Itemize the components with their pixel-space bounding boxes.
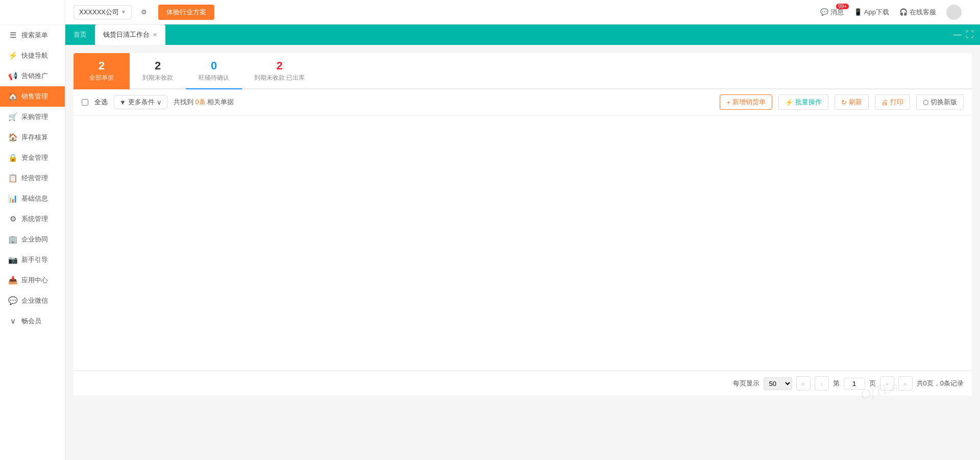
print-icon: 🖨 bbox=[881, 99, 888, 106]
tab-maximize-icon[interactable]: ⛶ bbox=[966, 30, 974, 39]
stat-label-shipped: 到期未收款 已出库 bbox=[254, 74, 305, 82]
trial-btn[interactable]: 体验行业方案 bbox=[158, 5, 214, 20]
stat-count-wangwang: 0 bbox=[198, 59, 230, 72]
sidebar-item-enterprise[interactable]: 🏢 企业协同 bbox=[0, 229, 65, 250]
last-page-btn[interactable]: » bbox=[898, 376, 913, 391]
sidebar-item-quick-nav[interactable]: ⚡ 快捷导航 bbox=[0, 45, 65, 66]
select-all-label: 全选 bbox=[94, 98, 108, 107]
next-page-btn[interactable]: › bbox=[880, 376, 894, 391]
stat-label-overdue: 到期未收款 bbox=[142, 74, 174, 82]
basic-info-icon: 📊 bbox=[8, 194, 17, 203]
sidebar: ☰ 搜索菜单 ⚡ 快捷导航 📢 营销推广 🏠 销售管理 🛒 采购管理 🏠 库存核… bbox=[0, 0, 65, 460]
total-label: 共0页，0条记录 bbox=[917, 379, 964, 388]
message-icon: 💬 bbox=[820, 8, 828, 16]
tab-bar-actions: — ⛶ bbox=[953, 30, 980, 39]
stat-tab-overdue[interactable]: 2 到期未收款 bbox=[130, 53, 186, 89]
download-icon: 📱 bbox=[854, 8, 862, 16]
sales-icon: 🏠 bbox=[8, 92, 17, 101]
new-guide-icon: 📷 bbox=[8, 255, 17, 264]
batch-icon: ⚡ bbox=[785, 99, 793, 106]
user-avatar[interactable] bbox=[946, 5, 962, 20]
stat-tab-wangwang[interactable]: 0 旺辅待确认 bbox=[186, 53, 242, 89]
marketing-icon: 📢 bbox=[8, 71, 17, 81]
purchase-icon: 🛒 bbox=[8, 112, 17, 122]
sidebar-item-purchase[interactable]: 🛒 采购管理 bbox=[0, 107, 65, 127]
sidebar-label-marketing: 营销推广 bbox=[21, 71, 48, 81]
sidebar-item-app-center[interactable]: 📥 应用中心 bbox=[0, 270, 65, 290]
page-size-label: 每页显示 bbox=[733, 379, 760, 388]
sidebar-item-new-guide[interactable]: 📷 新手引导 bbox=[0, 250, 65, 270]
sidebar-label-vip: 畅会员 bbox=[21, 317, 41, 326]
refresh-btn[interactable]: ↻ 刷新 bbox=[835, 94, 869, 110]
quick-nav-icon: ⚡ bbox=[8, 51, 17, 60]
batch-ops-label: 批量操作 bbox=[795, 98, 822, 107]
sidebar-label-wechat-biz: 企业微信 bbox=[21, 296, 48, 305]
sidebar-label-quick-nav: 快捷导航 bbox=[21, 51, 48, 60]
tab-home[interactable]: 首页 bbox=[65, 25, 95, 45]
sidebar-item-sales[interactable]: 🏠 销售管理 bbox=[0, 86, 65, 107]
sidebar-label-basic-info: 基础信息 bbox=[21, 194, 48, 203]
app-download-btn[interactable]: 📱 App下载 bbox=[854, 8, 889, 17]
sidebar-item-search-menu[interactable]: ☰ 搜索菜单 bbox=[0, 25, 65, 45]
sidebar-item-system[interactable]: ⚙ 系统管理 bbox=[0, 209, 65, 229]
filter-chevron-icon: ∨ bbox=[157, 99, 162, 106]
vip-icon: ∨ bbox=[8, 317, 17, 326]
company-selector[interactable]: XXXXXX公司 ▼ bbox=[74, 5, 132, 19]
inventory-icon: 🏠 bbox=[8, 133, 17, 142]
page-label: 第 bbox=[833, 379, 840, 388]
add-sale-order-btn[interactable]: + 新增销货单 bbox=[720, 94, 772, 110]
toolbar-right: + 新增销货单 ⚡ 批量操作 ↻ 刷新 🖨 打印 ⬡ 切换新版 bbox=[720, 94, 964, 110]
sidebar-label-app-center: 应用中心 bbox=[21, 276, 48, 285]
service-icon: 🎧 bbox=[899, 8, 908, 16]
switch-label: 切换新版 bbox=[930, 98, 957, 107]
tab-home-label: 首页 bbox=[74, 30, 87, 39]
online-service-btn[interactable]: 🎧 在线客服 bbox=[899, 8, 936, 17]
switch-icon: ⬡ bbox=[923, 99, 928, 106]
sidebar-label-inventory: 库存核算 bbox=[21, 133, 48, 142]
page-size-select[interactable]: 50 10 20 100 bbox=[764, 377, 792, 390]
found-text: 共找到 0条 相关单据 bbox=[174, 98, 234, 107]
more-filters-btn[interactable]: ▼ 更多条件 ∨ bbox=[114, 95, 167, 109]
search-menu-icon: ☰ bbox=[8, 31, 17, 40]
batch-ops-btn[interactable]: ⚡ 批量操作 bbox=[778, 94, 828, 110]
company-name: XXXXXX公司 bbox=[79, 8, 119, 17]
found-suffix: 相关单据 bbox=[207, 98, 234, 106]
print-btn[interactable]: 🖨 打印 bbox=[875, 94, 910, 110]
sidebar-label-ops: 经营管理 bbox=[21, 174, 48, 183]
select-all-checkbox[interactable] bbox=[82, 99, 88, 106]
sidebar-label-new-guide: 新手引导 bbox=[21, 255, 48, 264]
tab-minimize-icon[interactable]: — bbox=[953, 30, 962, 39]
sidebar-item-funds[interactable]: 🔒 资金管理 bbox=[0, 148, 65, 168]
sidebar-label-search-menu: 搜索菜单 bbox=[21, 31, 48, 40]
stat-tab-shipped[interactable]: 2 到期未收款 已出库 bbox=[242, 53, 317, 89]
app-header: 6 畅捷通好生意 标准版 XXXXXX公司 ▼ ⚙ 体验行业方案 💬 消息 99… bbox=[0, 0, 980, 25]
tab-workbench[interactable]: 钱货日清工作台 ✕ bbox=[95, 25, 165, 45]
sidebar-label-enterprise: 企业协同 bbox=[21, 235, 48, 244]
app-download-label: App下载 bbox=[864, 8, 889, 17]
app-center-icon: 📥 bbox=[8, 276, 17, 285]
enterprise-icon: 🏢 bbox=[8, 235, 17, 244]
tab-close-icon[interactable]: ✕ bbox=[153, 32, 157, 38]
page-input[interactable] bbox=[844, 378, 865, 390]
refresh-label: 刷新 bbox=[849, 98, 862, 107]
stat-count-overdue: 2 bbox=[142, 59, 174, 72]
sidebar-item-marketing[interactable]: 📢 营销推广 bbox=[0, 66, 65, 86]
system-icon: ⚙ bbox=[8, 214, 17, 224]
first-page-btn[interactable]: « bbox=[796, 376, 811, 391]
sidebar-item-ops[interactable]: 📋 经营管理 bbox=[0, 168, 65, 188]
tab-workbench-label: 钱货日清工作台 bbox=[103, 30, 150, 39]
prev-page-btn[interactable]: ‹ bbox=[815, 376, 829, 391]
company-dropdown-icon: ▼ bbox=[121, 9, 126, 15]
settings-icon[interactable]: ⚙ bbox=[136, 4, 152, 20]
order-list-table bbox=[74, 115, 972, 371]
funds-icon: 🔒 bbox=[8, 153, 17, 162]
tab-bar: 首页 钱货日清工作台 ✕ — ⛶ bbox=[65, 25, 980, 45]
sidebar-item-wechat-biz[interactable]: 💬 企业微信 bbox=[0, 290, 65, 311]
sidebar-item-inventory[interactable]: 🏠 库存核算 bbox=[0, 127, 65, 148]
sidebar-item-vip[interactable]: ∨ 畅会员 bbox=[0, 311, 65, 331]
stat-tab-all[interactable]: 2 全部单据 bbox=[74, 53, 130, 89]
sidebar-item-basic-info[interactable]: 📊 基础信息 bbox=[0, 188, 65, 209]
switch-version-btn[interactable]: ⬡ 切换新版 bbox=[916, 94, 964, 110]
message-btn[interactable]: 💬 消息 99+ bbox=[820, 8, 844, 17]
sidebar-label-system: 系统管理 bbox=[21, 214, 48, 224]
